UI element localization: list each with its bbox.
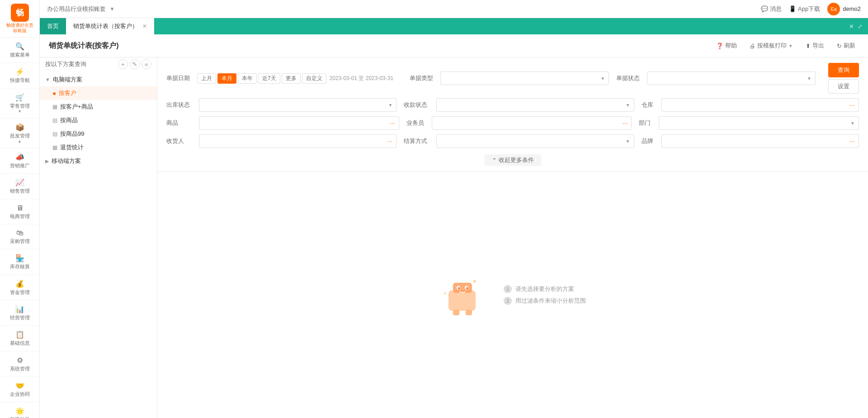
scheme-item-product[interactable]: ▤ 按商品 <box>40 114 157 127</box>
refresh-btn[interactable]: ↻ 刷新 <box>833 40 859 52</box>
wholesale-icon: 📦 <box>15 123 24 132</box>
app-download-icon: 📱 <box>789 5 796 12</box>
sidebar-item-guide[interactable]: 🌟 新手引导 <box>0 402 39 418</box>
inventory-icon: 🏪 <box>15 254 24 262</box>
user-area[interactable]: Ea demo2 <box>827 3 861 15</box>
warehouse-input[interactable]: ··· <box>661 98 859 112</box>
status-select[interactable]: ▼ <box>647 71 816 85</box>
tab-bar: 首页 销货单统计表（按客户） ✕ ✕ ⤢ <box>40 18 868 34</box>
guide-icon: 🌟 <box>15 407 24 415</box>
sidebar-item-operations[interactable]: 📊 经营管理 <box>0 300 39 326</box>
svg-point-5 <box>466 287 468 289</box>
date-last-month-btn[interactable]: 上月 <box>197 73 216 84</box>
product-input[interactable]: ··· <box>199 116 399 130</box>
sidebar-item-retail-label: 零售管理 <box>10 103 30 109</box>
scheme-collapse-btn[interactable]: « <box>142 59 151 69</box>
scheme-item-customer-product-label: 按客户+商品 <box>60 103 93 111</box>
sidebar-item-guide-label: 新手引导 <box>10 416 30 418</box>
marketing-icon: 📣 <box>15 153 24 162</box>
list-icon-2: ▤ <box>52 131 57 137</box>
out-status-select[interactable]: ▼ <box>199 98 396 112</box>
tab-close-icon[interactable]: ✕ <box>142 23 147 29</box>
app-download-btn[interactable]: 📱 App下载 <box>789 5 820 13</box>
sidebar-item-wholesale-label: 批发管理 <box>10 133 30 139</box>
type-label: 单据类型 <box>410 74 433 82</box>
settings-button[interactable]: 设置 <box>828 79 859 94</box>
query-button[interactable]: 查询 <box>828 63 859 77</box>
export-btn[interactable]: ⬆ 导出 <box>802 40 828 52</box>
breadcrumb-dropdown-icon[interactable]: ▼ <box>109 6 115 12</box>
empty-tips: 1 请先选择要分析的方案 2 用过滤条件来缩小分析范围 <box>504 285 586 305</box>
avatar-text: Ea <box>831 6 837 12</box>
sidebar-item-inventory[interactable]: 🏪 库存核算 <box>0 249 39 275</box>
type-status-group: 单据类型 ▼ 单据状态 ▼ <box>410 71 816 85</box>
scheme-item-product99[interactable]: ▤ 按商品99 <box>40 127 157 141</box>
window-maximize-icon[interactable]: ⤢ <box>858 23 863 30</box>
sidebar-item-basic[interactable]: 📋 基础信息 <box>0 326 39 351</box>
scheme-add-btn[interactable]: + <box>118 59 128 69</box>
sidebar-item-cooperation[interactable]: 🤝 企业协同 <box>0 377 39 402</box>
staff-input[interactable]: ··· <box>432 116 632 130</box>
product-dots-icon: ··· <box>390 119 395 127</box>
print-btn[interactable]: 🖨 按模板打印 ▼ <box>746 40 797 52</box>
operations-icon: 📊 <box>15 305 24 314</box>
collapse-up-icon: ⌃ <box>492 157 497 164</box>
scheme-edit-btn[interactable]: ✎ <box>130 59 140 69</box>
sidebar-item-system[interactable]: ⚙ 系统管理 <box>0 352 39 377</box>
brand-input[interactable]: ··· <box>661 134 859 148</box>
payment-select[interactable]: ▼ <box>436 134 634 148</box>
scheme-item-customer-product[interactable]: ▦ 按客户+商品 <box>40 100 157 114</box>
header-left: 办公用品行业模拟账套 ▼ <box>47 5 115 13</box>
tip-1: 1 请先选择要分析的方案 <box>504 285 586 293</box>
date-this-month-btn[interactable]: 本月 <box>217 73 236 84</box>
sidebar-item-wholesale[interactable]: 📦 批发管理 ▲ <box>0 119 39 148</box>
svg-text:✦: ✦ <box>472 278 477 285</box>
status-label: 单据状态 <box>616 74 640 82</box>
scheme-mobile-header[interactable]: ▶ 移动端方案 <box>40 154 157 168</box>
bar-icon: ▦ <box>52 144 57 151</box>
empty-state: ✦ ✦ 1 请先选择要分析的方案 2 用过滤条件来缩小分析范围 <box>157 172 868 418</box>
sidebar-item-purchase[interactable]: 🛍 采购管理 <box>0 224 39 249</box>
user-name: demo2 <box>843 5 861 12</box>
dept-select[interactable]: ▼ <box>659 116 859 130</box>
sidebar-item-retail[interactable]: 🛒 零售管理 ▼ <box>0 89 39 119</box>
sidebar-item-ecommerce[interactable]: 🖥 电商管理 <box>0 200 39 224</box>
cooperation-icon: 🤝 <box>15 381 24 390</box>
receiver-input[interactable]: ··· <box>199 134 396 148</box>
type-select[interactable]: ▼ <box>440 71 609 85</box>
retail-icon: 🛒 <box>15 93 24 102</box>
date-more-btn[interactable]: 更多 <box>282 73 301 84</box>
tab-sales-stat[interactable]: 销货单统计表（按客户） ✕ <box>66 18 154 34</box>
date-this-year-btn[interactable]: 本年 <box>238 73 257 84</box>
logo-area: 畅 畅捷通好生意 标账版 <box>0 0 39 38</box>
scheme-desktop-header[interactable]: ▼ 电脑端方案 <box>40 73 157 86</box>
sidebar-item-shortcuts[interactable]: ⚡ 快捷导航 <box>0 63 39 88</box>
sidebar-item-search[interactable]: 🔍 搜索菜单 <box>0 38 39 63</box>
scheme-desktop-expand-icon: ▼ <box>45 77 50 82</box>
out-status-arrow: ▼ <box>388 103 392 108</box>
sidebar-item-marketing[interactable]: 📣 营销推广 <box>0 148 39 174</box>
sidebar-item-sales[interactable]: 📈 销售管理 <box>0 174 39 199</box>
date-custom-btn[interactable]: 自定义 <box>302 73 326 84</box>
tip-text-1: 请先选择要分析的方案 <box>515 285 574 293</box>
sidebar-item-sales-label: 销售管理 <box>10 188 30 194</box>
collect-status-select[interactable]: ▼ <box>436 98 634 112</box>
message-btn[interactable]: 💬 消息 <box>761 5 782 13</box>
sidebar-item-basic-label: 基础信息 <box>10 340 30 346</box>
tab-home-label: 首页 <box>47 22 59 30</box>
help-btn[interactable]: ❓ 帮助 <box>712 40 741 52</box>
content-area: 销货单统计表(按客户) ❓ 帮助 🖨 按模板打印 ▼ ⬆ 导出 ↻ 刷新 <box>40 34 868 418</box>
page-actions: ❓ 帮助 🖨 按模板打印 ▼ ⬆ 导出 ↻ 刷新 <box>712 40 859 52</box>
scheme-desktop-label: 电脑端方案 <box>53 76 82 84</box>
collapse-btn[interactable]: ⌃ 收起更多条件 <box>485 154 541 166</box>
scheme-item-by-customer[interactable]: ● 按客户 <box>40 86 157 100</box>
scheme-item-refund[interactable]: ▦ 退货统计 <box>40 141 157 154</box>
tab-home[interactable]: 首页 <box>40 18 66 34</box>
sidebar-item-finance[interactable]: 💰 资金管理 <box>0 275 39 300</box>
page-header: 销货单统计表(按客户) ❓ 帮助 🖨 按模板打印 ▼ ⬆ 导出 ↻ 刷新 <box>40 34 868 57</box>
brand-label: 品牌 <box>642 137 654 145</box>
window-close-icon[interactable]: ✕ <box>849 23 854 30</box>
date-last-7-btn[interactable]: 近7天 <box>258 73 280 84</box>
customer-scheme-icon: ● <box>52 90 56 97</box>
shortcuts-icon: ⚡ <box>15 67 24 76</box>
